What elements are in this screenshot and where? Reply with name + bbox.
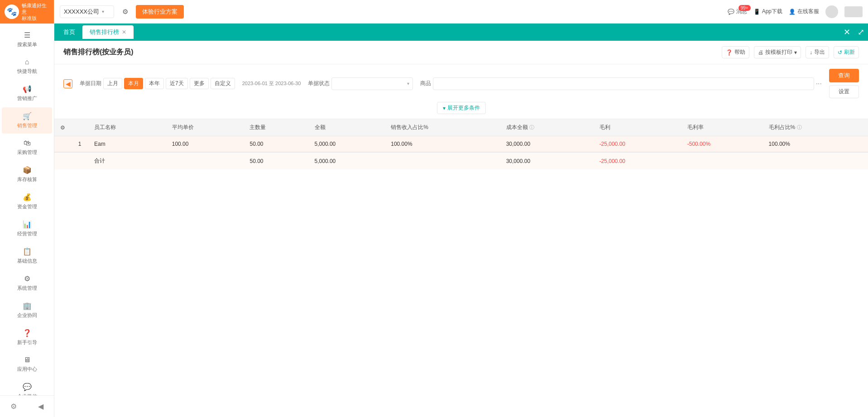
trial-button[interactable]: 体验行业方案 <box>136 5 184 19</box>
table-settings-icon[interactable]: ⚙ <box>60 125 65 131</box>
tab-minimize-icon[interactable]: ✕ <box>842 25 852 39</box>
date-7days-btn[interactable]: 近7天 <box>166 78 188 89</box>
user-avatar[interactable] <box>825 5 838 18</box>
expand-row: ▾ 展开更多条件 <box>63 102 859 114</box>
header-settings-btn[interactable]: ⚙ <box>119 5 131 18</box>
col-gross-pct: 毛利占比% ⓘ <box>763 119 868 136</box>
row-amount-cell: 5,000.00 <box>309 136 386 153</box>
sidebar-collapse-btn[interactable]: ◀ <box>35 399 46 413</box>
row-gross-profit-cell: -25,000.00 <box>594 136 682 153</box>
app-download-btn[interactable]: 📱 App下载 <box>753 8 782 15</box>
purchase-icon: 🛍 <box>24 139 31 147</box>
status-select-wrapper: ▾ <box>331 77 413 90</box>
row-sales-pct-cell: 100.00% <box>385 136 500 153</box>
page-header: 销售排行榜(按业务员) ❓ 帮助 🖨 按模板打印 ▾ ↓ 导出 ↺ 刷新 <box>54 41 868 64</box>
footer-amount-cell: 5,000.00 <box>309 152 386 169</box>
footer-sales-pct-cell <box>385 152 500 169</box>
tab-close-icon[interactable]: ✕ <box>122 29 126 35</box>
cost-info-icon[interactable]: ⓘ <box>529 125 534 130</box>
sidebar-item-newbie[interactable]: ❓ 新手引导 <box>2 324 52 350</box>
row-settings-cell <box>54 136 71 153</box>
table-header-row: ⚙ 员工名称 平均单价 主数量 全额 <box>54 119 868 136</box>
company-arrow-icon: ▾ <box>102 9 104 14</box>
sidebar-bottom: ⚙ ◀ <box>0 395 54 417</box>
footer-quantity-cell: 50.00 <box>244 152 309 169</box>
message-btn[interactable]: 💬 消息 99+ <box>728 8 747 15</box>
more-filter-icon[interactable]: ··· <box>816 80 822 88</box>
page-actions: ❓ 帮助 🖨 按模板打印 ▾ ↓ 导出 ↺ 刷新 <box>722 46 859 58</box>
refresh-icon: ↺ <box>838 49 842 56</box>
date-filter-label: 单据日期 <box>80 80 101 87</box>
date-filter-group: 单据日期 上月 本月 本年 近7天 更多 自定义 <box>80 78 235 89</box>
company-name: XXXXXX公司 <box>64 8 99 16</box>
col-amount: 全额 <box>309 119 386 136</box>
row-rank-cell: 1 <box>71 136 89 153</box>
sidebar-item-search[interactable]: ☰ 搜索菜单 <box>2 26 52 53</box>
online-service-btn[interactable]: 👤 在线客服 <box>789 8 819 15</box>
print-button[interactable]: 🖨 按模板打印 ▾ <box>754 46 801 58</box>
expand-more-btn[interactable]: ▾ 展开更多条件 <box>437 102 486 114</box>
sidebar-item-wecom[interactable]: 💬 企业微信 <box>2 378 52 395</box>
sidebar-item-sales[interactable]: 🛒 销售管理 <box>2 107 52 134</box>
goods-filter-input[interactable] <box>433 77 814 90</box>
col-employee: 员工名称 <box>89 119 167 136</box>
company-selector[interactable]: XXXXXX公司 ▾ <box>60 5 114 18</box>
tab-sales-rank[interactable]: 销售排行榜 ✕ <box>82 25 134 39</box>
sidebar-item-marketing[interactable]: 📢 营销推广 <box>2 80 52 106</box>
logo-icon: 🐾 <box>5 5 19 19</box>
sidebar-item-operations[interactable]: 📊 经营管理 <box>2 216 52 242</box>
filter-collapse-icon[interactable]: ◀ <box>63 79 72 88</box>
date-custom-btn[interactable]: 自定义 <box>211 78 235 89</box>
filter-row-1: ◀ 单据日期 上月 本月 本年 近7天 更多 自定义 2023-06-01 至 … <box>63 69 859 98</box>
query-button[interactable]: 查询 <box>829 69 859 82</box>
date-this-month-btn[interactable]: 本月 <box>124 78 143 89</box>
export-button[interactable]: ↓ 导出 <box>806 46 829 58</box>
refresh-button[interactable]: ↺ 刷新 <box>834 46 859 58</box>
row-avg-price-cell: 100.00 <box>167 136 245 153</box>
service-icon: 👤 <box>789 9 796 15</box>
sidebar-item-appcenter[interactable]: 🖥 应用中心 <box>2 351 52 377</box>
operations-icon: 📊 <box>23 220 32 229</box>
status-filter-group: 单据状态 ▾ <box>308 77 413 90</box>
export-icon: ↓ <box>810 49 812 56</box>
row-gross-pct-cell: 100.00% <box>763 136 868 153</box>
footer-gross-profit-cell: -25,000.00 <box>594 152 682 169</box>
sidebar-item-finance[interactable]: 💰 资金管理 <box>2 188 52 215</box>
status-filter-label: 单据状态 <box>308 80 330 87</box>
message-badge: 99+ <box>739 5 751 11</box>
basicinfo-icon: 📋 <box>23 247 32 256</box>
main-area: XXXXXX公司 ▾ ⚙ 体验行业方案 💬 消息 99+ 📱 App下载 👤 在… <box>54 0 868 417</box>
col-settings[interactable]: ⚙ <box>54 119 71 136</box>
nav-tabs-actions: ✕ ⤢ <box>842 25 866 39</box>
appcenter-icon: 🖥 <box>24 356 31 364</box>
footer-gross-pct-cell <box>763 152 868 169</box>
row-quantity-cell: 50.00 <box>244 136 309 153</box>
col-cost-amount: 成本全额 ⓘ <box>501 119 594 136</box>
table-row: 1 Eam 100.00 50.00 5,000.00 100.00% 30,0… <box>54 136 868 153</box>
sidebar-item-purchase[interactable]: 🛍 采购管理 <box>2 134 52 160</box>
date-more-btn[interactable]: 更多 <box>190 78 209 89</box>
footer-settings-cell <box>54 152 71 169</box>
tab-maximize-icon[interactable]: ⤢ <box>856 25 866 39</box>
sidebar-settings-btn[interactable]: ⚙ <box>8 399 19 413</box>
status-select[interactable] <box>331 77 413 90</box>
footer-rank-cell <box>71 152 89 169</box>
footer-cost-amount-cell: 30,000.00 <box>501 152 594 169</box>
tab-home[interactable]: 首页 <box>56 25 82 39</box>
help-icon: ❓ <box>726 49 733 56</box>
col-quantity: 主数量 <box>244 119 309 136</box>
sidebar-item-quicknav[interactable]: ⌂ 快捷导航 <box>2 53 52 79</box>
phone-icon: 📱 <box>753 9 760 15</box>
help-button[interactable]: ❓ 帮助 <box>722 46 749 58</box>
col-avg-price: 平均单价 <box>167 119 245 136</box>
sidebar-item-enterprise[interactable]: 🏢 企业协同 <box>2 297 52 323</box>
sidebar-item-inventory[interactable]: 📦 库存核算 <box>2 161 52 187</box>
settings-button[interactable]: 设置 <box>829 85 859 98</box>
date-last-month-btn[interactable]: 上月 <box>103 78 122 89</box>
date-this-year-btn[interactable]: 本年 <box>145 78 164 89</box>
sales-icon: 🛒 <box>23 112 32 120</box>
sidebar-item-system[interactable]: ⚙ 系统管理 <box>2 270 52 296</box>
sidebar-item-basicinfo[interactable]: 📋 基础信息 <box>2 243 52 269</box>
grosspct-info-icon[interactable]: ⓘ <box>797 125 802 130</box>
col-sales-pct: 销售收入占比% <box>385 119 500 136</box>
